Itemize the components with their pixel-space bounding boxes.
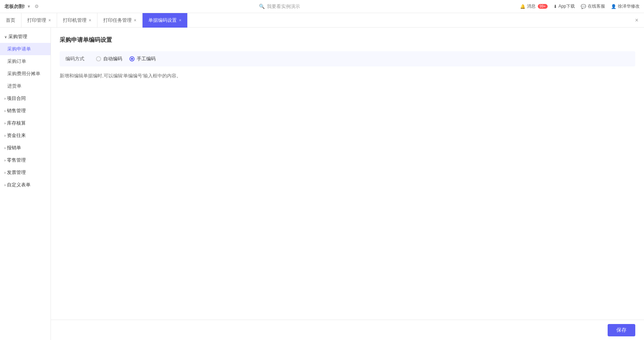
- service-icon: 💬: [581, 4, 586, 9]
- top-bar-search: 🔍 我要看实例演示: [259, 3, 300, 10]
- search-text: 我要看实例演示: [267, 3, 300, 10]
- top-bar: 老板勿割! ▾ ⚙ 🔍 我要看实例演示 🔔 消息 99+ ⬇ App下载 💬 在…: [0, 0, 644, 13]
- sidebar-group-retail[interactable]: › 零售管理: [0, 154, 51, 166]
- sidebar-group-custom[interactable]: › 自定义表单: [0, 179, 51, 191]
- message-button[interactable]: 🔔 消息 99+: [520, 3, 548, 9]
- content-area: 采购申请单编码设置 编码方式 自动编码 手工编码: [51, 28, 644, 320]
- sidebar-group-purchase[interactable]: ∨ 采购管理: [0, 31, 51, 43]
- sidebar-item-purchase-expense[interactable]: 采购费用分摊单: [0, 68, 51, 80]
- chevron-right-icon-returns: ›: [4, 146, 5, 150]
- chevron-right-icon-inventory: ›: [4, 121, 5, 125]
- service-label: 在线客服: [588, 3, 605, 9]
- main-content: 采购申请单编码设置 编码方式 自动编码 手工编码: [51, 28, 644, 340]
- tab-bar: 首页 打印管理 × 打印机管理 × 打印任务管理 × 单据编码设置 × ×: [0, 13, 644, 28]
- radio-auto[interactable]: 自动编码: [96, 56, 122, 62]
- user-name: 徐泽华修改: [618, 3, 640, 9]
- settings-icon[interactable]: ⚙: [35, 4, 39, 9]
- page-title: 采购申请单编码设置: [60, 36, 635, 44]
- radio-auto-circle: [96, 56, 101, 61]
- sidebar-item-purchase-order[interactable]: 采购订单: [0, 55, 51, 68]
- dropdown-icon[interactable]: ▾: [28, 4, 30, 9]
- radio-manual-label: 手工编码: [137, 56, 156, 62]
- bell-icon: 🔔: [520, 4, 525, 9]
- description-text: 新增和编辑单据编时,可以编辑'单编编号'输入框中的内容。: [60, 72, 635, 80]
- sidebar-group-sales[interactable]: › 销售管理: [0, 105, 51, 117]
- sidebar-group-sales-label: 销售管理: [7, 108, 26, 114]
- sidebar-item-purchase-request-label: 采购申请单: [7, 46, 31, 52]
- tab-printer-mgmt[interactable]: 打印机管理 ×: [57, 13, 97, 28]
- user-menu[interactable]: 👤 徐泽华修改: [611, 3, 640, 9]
- top-bar-left: 老板勿割! ▾ ⚙: [4, 3, 39, 10]
- tab-printer-mgmt-label: 打印机管理: [63, 17, 87, 24]
- chevron-right-icon-project: ›: [4, 97, 5, 101]
- chevron-right-icon-custom: ›: [4, 183, 5, 187]
- tab-print-task-close[interactable]: ×: [134, 18, 136, 23]
- tab-print-task-label: 打印任务管理: [103, 17, 132, 24]
- footer-bar: 保存: [51, 320, 644, 340]
- message-label: 消息: [527, 3, 536, 9]
- chevron-down-icon: ∨: [4, 35, 7, 39]
- sidebar-group-returns[interactable]: › 报销单: [0, 142, 51, 154]
- chevron-right-icon-sales: ›: [4, 109, 5, 113]
- sidebar-item-stock-in[interactable]: 进货单: [0, 80, 51, 92]
- radio-group: 自动编码 手工编码: [96, 56, 156, 62]
- sidebar-group-purchase-label: 采购管理: [8, 33, 27, 40]
- sidebar-item-stock-in-label: 进货单: [7, 83, 21, 89]
- radio-auto-label: 自动编码: [103, 56, 122, 62]
- save-button[interactable]: 保存: [608, 324, 635, 336]
- chevron-right-icon-funds: ›: [4, 134, 5, 138]
- sidebar-group-project[interactable]: › 项目合同: [0, 92, 51, 105]
- sidebar-group-funds-label: 资金往来: [7, 132, 26, 139]
- sidebar-group-inventory-label: 库存核算: [7, 120, 26, 126]
- sidebar: ∨ 采购管理 采购申请单 采购订单 采购费用分摊单 进货单 › 项目合同 › 销…: [0, 28, 51, 340]
- sidebar-group-custom-label: 自定义表单: [7, 182, 31, 188]
- tab-print-task[interactable]: 打印任务管理 ×: [97, 13, 143, 28]
- radio-manual-circle: [129, 56, 135, 61]
- tab-bar-close-button[interactable]: ×: [629, 13, 644, 28]
- user-icon: 👤: [611, 4, 616, 9]
- logo-text: 老板勿割!: [4, 3, 25, 10]
- tab-print-mgmt-label: 打印管理: [27, 17, 46, 24]
- sidebar-group-project-label: 项目合同: [7, 95, 26, 102]
- sidebar-item-purchase-expense-label: 采购费用分摊单: [7, 71, 40, 76]
- tab-home[interactable]: 首页: [0, 13, 21, 28]
- coding-method-row: 编码方式 自动编码 手工编码: [60, 51, 635, 66]
- tab-home-label: 首页: [6, 17, 15, 24]
- chevron-right-icon-retail: ›: [4, 158, 5, 162]
- tab-barcode-setting-close[interactable]: ×: [179, 18, 181, 23]
- sidebar-group-invoice-label: 发票管理: [7, 169, 26, 176]
- sidebar-group-invoice[interactable]: › 发票管理: [0, 166, 51, 179]
- chevron-right-icon-invoice: ›: [4, 171, 5, 175]
- message-badge: 99+: [538, 4, 548, 9]
- service-button[interactable]: 💬 在线客服: [581, 3, 605, 9]
- sidebar-group-retail-label: 零售管理: [7, 157, 26, 163]
- sidebar-item-purchase-order-label: 采购订单: [7, 58, 26, 64]
- sidebar-group-inventory[interactable]: › 库存核算: [0, 117, 51, 129]
- sidebar-group-funds[interactable]: › 资金往来: [0, 129, 51, 142]
- app-icon: ⬇: [553, 4, 557, 9]
- main-layout: ∨ 采购管理 采购申请单 采购订单 采购费用分摊单 进货单 › 项目合同 › 销…: [0, 28, 644, 340]
- coding-method-label: 编码方式: [65, 56, 87, 62]
- top-bar-right: 🔔 消息 99+ ⬇ App下载 💬 在线客服 👤 徐泽华修改: [520, 3, 640, 9]
- sidebar-item-purchase-request[interactable]: 采购申请单: [0, 43, 51, 55]
- app-download-label: App下载: [559, 3, 575, 9]
- search-icon: 🔍: [259, 4, 265, 9]
- tab-barcode-setting-label: 单据编码设置: [148, 17, 177, 24]
- tab-printer-mgmt-close[interactable]: ×: [89, 18, 91, 23]
- sidebar-group-returns-label: 报销单: [7, 145, 21, 151]
- tab-barcode-setting[interactable]: 单据编码设置 ×: [143, 13, 188, 28]
- tab-print-mgmt-close[interactable]: ×: [48, 18, 51, 23]
- app-download-button[interactable]: ⬇ App下载: [553, 3, 575, 9]
- tab-print-mgmt[interactable]: 打印管理 ×: [21, 13, 57, 28]
- radio-manual[interactable]: 手工编码: [129, 56, 156, 62]
